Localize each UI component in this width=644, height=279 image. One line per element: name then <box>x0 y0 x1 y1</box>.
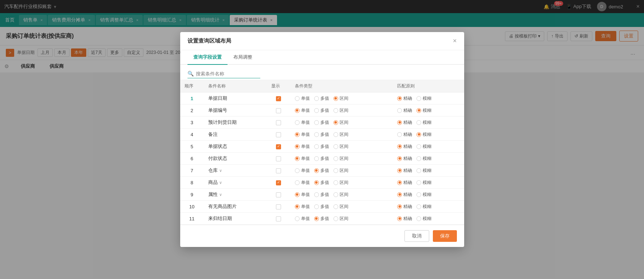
modal-header: 设置查询区域布局 × <box>180 32 464 50</box>
search-field[interactable]: 🔍 <box>187 69 260 73</box>
modal-backdrop: 设置查询区域布局 × 查询字段设置 布局调整 🔍 顺序 <box>0 0 644 73</box>
modal-tab-layout[interactable]: 布局调整 <box>228 50 258 65</box>
modal-close-button[interactable]: × <box>453 37 457 45</box>
search-input[interactable] <box>196 71 260 73</box>
modal-tab-query-fields[interactable]: 查询字段设置 <box>187 50 228 65</box>
settings-modal: 设置查询区域布局 × 查询字段设置 布局调整 🔍 顺序 <box>180 32 464 73</box>
modal-title: 设置查询区域布局 <box>187 38 231 44</box>
search-icon: 🔍 <box>187 71 194 73</box>
modal-search-area: 🔍 <box>180 65 464 73</box>
modal-tabs: 查询字段设置 布局调整 <box>180 50 464 65</box>
